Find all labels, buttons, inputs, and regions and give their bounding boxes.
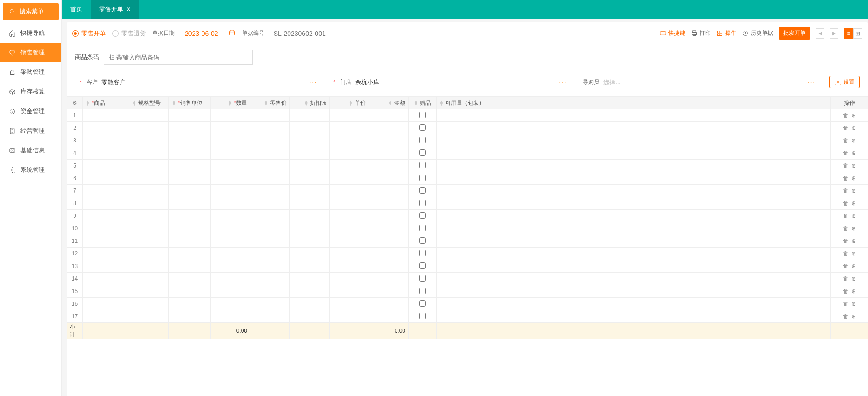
- cell-discount[interactable]: [290, 185, 330, 197]
- add-row-icon[interactable]: ⊕: [851, 275, 856, 282]
- cell-available[interactable]: [437, 235, 831, 248]
- gift-checkbox[interactable]: [419, 275, 426, 282]
- cell-available[interactable]: [437, 185, 831, 197]
- cell-gift[interactable]: [409, 122, 437, 134]
- cell-discount[interactable]: [290, 134, 330, 147]
- cell-available[interactable]: [437, 109, 831, 122]
- cell-retail-price[interactable]: [250, 160, 290, 172]
- add-row-icon[interactable]: ⊕: [851, 313, 856, 320]
- cell-available[interactable]: [437, 172, 831, 185]
- radio-retail-return[interactable]: 零售退货: [112, 29, 146, 38]
- search-menu-button[interactable]: 搜索菜单: [3, 3, 59, 20]
- close-icon[interactable]: ✕: [126, 6, 131, 13]
- gift-checkbox[interactable]: [419, 124, 426, 131]
- cell-qty[interactable]: [211, 248, 250, 260]
- cell-qty[interactable]: [211, 210, 250, 222]
- cell-amount[interactable]: [369, 273, 409, 285]
- cell-product[interactable]: [83, 134, 129, 147]
- cell-spec[interactable]: [129, 134, 169, 147]
- gift-checkbox[interactable]: [419, 225, 426, 231]
- cell-retail-price[interactable]: [250, 248, 290, 260]
- cell-qty[interactable]: [211, 185, 250, 197]
- cell-spec[interactable]: [129, 298, 169, 310]
- delete-icon[interactable]: 🗑: [843, 225, 848, 232]
- cell-discount[interactable]: [290, 285, 330, 298]
- cell-product[interactable]: [83, 260, 129, 273]
- cell-gift[interactable]: [409, 248, 437, 260]
- cell-gift[interactable]: [409, 210, 437, 222]
- cell-gift[interactable]: [409, 285, 437, 298]
- table-row[interactable]: 14🗑⊕: [67, 273, 868, 285]
- add-row-icon[interactable]: ⊕: [851, 175, 856, 181]
- cell-product[interactable]: [83, 210, 129, 222]
- delete-icon[interactable]: 🗑: [843, 250, 848, 257]
- batch-order-button[interactable]: 批发开单: [779, 27, 810, 40]
- view-grid-icon[interactable]: ⊞: [853, 28, 862, 39]
- delete-icon[interactable]: 🗑: [843, 150, 848, 156]
- cell-unit[interactable]: [169, 160, 211, 172]
- cell-unit[interactable]: [169, 122, 211, 134]
- cell-retail-price[interactable]: [250, 310, 290, 323]
- add-row-icon[interactable]: ⊕: [851, 225, 856, 232]
- cell-product[interactable]: [83, 285, 129, 298]
- cell-amount[interactable]: [369, 222, 409, 235]
- cell-spec[interactable]: [129, 147, 169, 160]
- cell-qty[interactable]: [211, 310, 250, 323]
- cell-discount[interactable]: [290, 248, 330, 260]
- gift-checkbox[interactable]: [419, 250, 426, 256]
- add-row-icon[interactable]: ⊕: [851, 150, 856, 156]
- next-button[interactable]: ▶: [830, 28, 838, 39]
- cell-price[interactable]: [330, 197, 369, 210]
- table-row[interactable]: 7🗑⊕: [67, 185, 868, 197]
- cell-gift[interactable]: [409, 235, 437, 248]
- cell-available[interactable]: [437, 285, 831, 298]
- cell-gift[interactable]: [409, 147, 437, 160]
- cell-discount[interactable]: [290, 160, 330, 172]
- add-row-icon[interactable]: ⊕: [851, 125, 856, 131]
- guide-filter[interactable]: 导购员 选择...: [583, 78, 631, 87]
- gift-checkbox[interactable]: [419, 112, 426, 118]
- table-row[interactable]: 9🗑⊕: [67, 210, 868, 222]
- cell-spec[interactable]: [129, 222, 169, 235]
- table-row[interactable]: 8🗑⊕: [67, 197, 868, 210]
- cell-product[interactable]: [83, 298, 129, 310]
- cell-unit[interactable]: [169, 248, 211, 260]
- cell-price[interactable]: [330, 235, 369, 248]
- cell-discount[interactable]: [290, 273, 330, 285]
- delete-icon[interactable]: 🗑: [843, 188, 848, 194]
- cell-amount[interactable]: [369, 210, 409, 222]
- cell-spec[interactable]: [129, 285, 169, 298]
- cell-discount[interactable]: [290, 222, 330, 235]
- cell-spec[interactable]: [129, 235, 169, 248]
- cell-price[interactable]: [330, 122, 369, 134]
- sidebar-item-diamond[interactable]: 销售管理: [0, 43, 61, 62]
- cell-unit[interactable]: [169, 285, 211, 298]
- cell-discount[interactable]: [290, 235, 330, 248]
- cell-amount[interactable]: [369, 248, 409, 260]
- cell-gift[interactable]: [409, 172, 437, 185]
- th-available[interactable]: ▲▼可用量（包装）: [437, 97, 831, 109]
- cell-retail-price[interactable]: [250, 197, 290, 210]
- sidebar-item-coin[interactable]: ¥资金管理: [0, 101, 61, 121]
- table-row[interactable]: 3🗑⊕: [67, 134, 868, 147]
- cell-amount[interactable]: [369, 109, 409, 122]
- cell-available[interactable]: [437, 298, 831, 310]
- shortcut-link[interactable]: 快捷键: [659, 29, 685, 37]
- cell-price[interactable]: [330, 160, 369, 172]
- cell-qty[interactable]: [211, 298, 250, 310]
- cell-price[interactable]: [330, 210, 369, 222]
- tab[interactable]: 首页: [62, 0, 91, 19]
- add-row-icon[interactable]: ⊕: [851, 213, 856, 219]
- delete-icon[interactable]: 🗑: [843, 313, 848, 320]
- cell-discount[interactable]: [290, 298, 330, 310]
- table-row[interactable]: 11🗑⊕: [67, 235, 868, 248]
- table-row[interactable]: 4🗑⊕: [67, 147, 868, 160]
- gift-checkbox[interactable]: [419, 200, 426, 206]
- th-gear[interactable]: ⚙: [67, 97, 83, 109]
- history-link[interactable]: 历史单据: [742, 29, 773, 37]
- cell-gift[interactable]: [409, 260, 437, 273]
- sidebar-item-home[interactable]: 快捷导航: [0, 23, 61, 43]
- cell-product[interactable]: [83, 122, 129, 134]
- cell-spec[interactable]: [129, 160, 169, 172]
- gift-checkbox[interactable]: [419, 288, 426, 294]
